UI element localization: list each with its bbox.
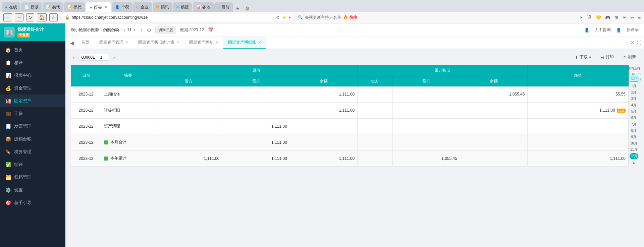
tab-haohui[interactable]: ☁ 好会 ✕ xyxy=(86,2,111,12)
col-header-summary: 摘要 xyxy=(101,65,155,86)
search-icon: 🔍 xyxy=(298,15,303,20)
home-button[interactable]: 🏠 xyxy=(37,13,47,21)
print-button[interactable]: 🖨 打印 xyxy=(598,53,616,61)
sidebar-item-fixed-assets[interactable]: 🏭 固定资产 xyxy=(0,95,65,107)
period-month-1[interactable]: 1月 xyxy=(630,83,638,89)
page-tab-close-3[interactable]: ✕ xyxy=(215,41,218,44)
sidebar-item-report[interactable]: 📊 报表中心 xyxy=(0,69,65,82)
game-icon[interactable]: 🎮 xyxy=(605,15,610,20)
row2-accum-debit xyxy=(358,102,392,118)
tab-zaixian[interactable]: ● 在线 xyxy=(2,2,20,12)
tab-bar: ● 在线 📄 新版 📝 易代 📝 易代 ☁ 好会 ✕ 👤 个税 C 企业 xyxy=(0,0,644,12)
row2-summary: 计提折旧 xyxy=(101,102,155,118)
page-tab-assets-category[interactable]: 固定资产类别 ✕ xyxy=(184,37,223,49)
period-month-6[interactable]: 6月 xyxy=(630,115,638,121)
period-month-3[interactable]: 3月 xyxy=(630,96,638,102)
tab-yidai2[interactable]: 📝 易代 xyxy=(64,2,85,12)
page-tab-depreciation-stats[interactable]: 固定资产折旧统计表 ✕ xyxy=(133,37,184,49)
hot-search-label[interactable]: 🔥 热搜 xyxy=(343,15,357,20)
back-button[interactable]: ← xyxy=(3,13,12,21)
row4-summary: 本月合计 xyxy=(101,134,155,150)
tab-close-all-icon[interactable]: ✕ xyxy=(631,40,634,45)
dropdown-icon[interactable]: ▾ xyxy=(289,15,291,20)
pagination-area: ‹ 000001 › xyxy=(71,54,117,61)
dropdown-arrow-icon[interactable]: ▾ xyxy=(133,28,136,32)
sidebar-item-home[interactable]: 🏠 首页 xyxy=(0,44,65,56)
tabs-scroll-left[interactable]: ◀ xyxy=(68,40,76,46)
sidebar-item-tax[interactable]: 🔖 税务管理 xyxy=(0,145,65,158)
period-month-12[interactable]: 12月 xyxy=(630,153,638,159)
scissors-icon[interactable]: ✂ xyxy=(580,15,583,20)
tab-yidai1[interactable]: 📝 易代 xyxy=(43,2,63,12)
download-button[interactable]: ⬇ 下载 ▾ xyxy=(572,53,594,61)
period-month-5[interactable]: 5月 xyxy=(630,109,638,115)
wallet-icon[interactable]: 💛 xyxy=(596,15,601,20)
col-sub-accum-credit: 贷方 xyxy=(392,76,460,86)
tab-changjie[interactable]: M 畅捷 xyxy=(173,2,192,12)
reload-button[interactable]: ↻ xyxy=(26,13,34,21)
period-month-10[interactable]: 10月 xyxy=(630,140,638,146)
sidebar-item-purchase-sale[interactable]: 📦 进销台账 xyxy=(0,133,65,145)
page-tab-close-1[interactable]: ✕ xyxy=(125,41,128,44)
tab-geshui[interactable]: 👤 个税 xyxy=(112,2,132,12)
refresh-button[interactable]: ↻ 刷新 xyxy=(621,53,639,61)
page-tab-home[interactable]: 首页 xyxy=(76,37,94,49)
switch-version-button[interactable]: 切到旧版 xyxy=(155,26,176,34)
more-icon[interactable]: ≡ xyxy=(638,15,641,20)
sidebar-item-fund[interactable]: 💰 资金管理 xyxy=(0,82,65,95)
sidebar-item-invoice[interactable]: 🧾 发票管理 xyxy=(0,120,65,133)
sidebar-item-guide[interactable]: 🎯 新手引导 xyxy=(0,196,65,209)
row4-accum-balance xyxy=(460,134,527,150)
extensions-icon[interactable]: ⚡ xyxy=(282,15,287,20)
period-month-8[interactable]: 8月 xyxy=(630,128,638,134)
page-tab-fixed-assets-mgmt[interactable]: 固定资产管理 ✕ xyxy=(95,37,133,49)
bookmark-button[interactable]: ☆ xyxy=(49,13,58,21)
sidebar-item-archive[interactable]: 🗂️ 归档管理 xyxy=(0,171,65,184)
row2-orig-credit xyxy=(222,102,290,118)
tab-gedi[interactable]: 📊 各地 xyxy=(193,2,214,12)
brightness-icon[interactable]: ☀ xyxy=(622,15,626,20)
next-page-button[interactable]: › xyxy=(111,54,117,61)
help-label[interactable]: 人工咨询 xyxy=(595,27,611,33)
translate-icon[interactable]: 译 xyxy=(587,14,592,20)
sidebar-item-payroll[interactable]: 💼 工资 xyxy=(0,107,65,120)
page-number-input[interactable] xyxy=(96,55,106,60)
row4-date: 2023-12 xyxy=(71,134,101,150)
period-month-11[interactable]: 11月 xyxy=(630,147,638,153)
tab-muqian[interactable]: S 目前 xyxy=(214,2,233,12)
page-tab-assets-detail[interactable]: 固定资产明细账 ✕ xyxy=(223,37,266,49)
settings-gear-icon[interactable]: ⚙ xyxy=(147,27,151,33)
tab-tengxun[interactable]: 腾 腾讯 xyxy=(153,2,172,12)
row1-accum-credit xyxy=(392,86,460,103)
period-month-2[interactable]: 2月 xyxy=(630,89,638,96)
tab-settings-icon[interactable]: ⚙ xyxy=(245,5,250,12)
tab-expand-icon[interactable]: ⛶ xyxy=(637,40,641,45)
calendar-icon[interactable]: 📅 xyxy=(208,27,213,33)
prev-page-button[interactable]: ‹ xyxy=(71,54,76,61)
row4-orig-debit xyxy=(155,134,222,150)
guide-icon: 🎯 xyxy=(5,200,11,205)
period-month-7[interactable]: 7月 xyxy=(630,121,638,127)
sidebar-item-close-period[interactable]: ✅ 结账 xyxy=(0,158,65,171)
page-tab-close-4[interactable]: ✕ xyxy=(258,41,261,44)
forward-button[interactable]: → xyxy=(15,13,23,21)
new-tab-button[interactable]: + xyxy=(233,6,242,12)
undo-icon[interactable]: ↩ xyxy=(630,15,634,20)
row4-icon xyxy=(104,140,108,144)
sidebar-item-general-ledger[interactable]: 📋 总账 xyxy=(0,56,65,69)
browser-menu-icon[interactable]: ⚙ xyxy=(276,15,280,20)
scroll-up-icon[interactable]: ▲ xyxy=(632,161,636,165)
tab-qiye[interactable]: C 企业 xyxy=(133,2,152,12)
tab-xinban[interactable]: 📄 新版 xyxy=(21,2,42,12)
add-account-button[interactable]: + xyxy=(140,27,143,33)
tab-close-haohui[interactable]: ✕ xyxy=(105,5,108,9)
period-selected-date-1[interactable]: 2023.12 xyxy=(630,72,638,76)
grid-icon[interactable]: ⊞ xyxy=(614,15,618,20)
period-month-4[interactable]: 4月 xyxy=(630,102,638,108)
period-selected-date-2[interactable]: 2023.12 xyxy=(630,77,638,82)
toolbar: ‹ 000001 › ⬇ 下载 ▾ 🖨 打印 xyxy=(71,53,639,61)
period-month-9[interactable]: 9月 xyxy=(630,134,638,140)
url-bar[interactable]: 🔒 https://cloud.chanjet.com/accounting/u… xyxy=(60,14,295,21)
page-tab-close-2[interactable]: ✕ xyxy=(176,41,179,44)
sidebar-item-settings[interactable]: ⚙️ 设置 xyxy=(0,184,65,196)
